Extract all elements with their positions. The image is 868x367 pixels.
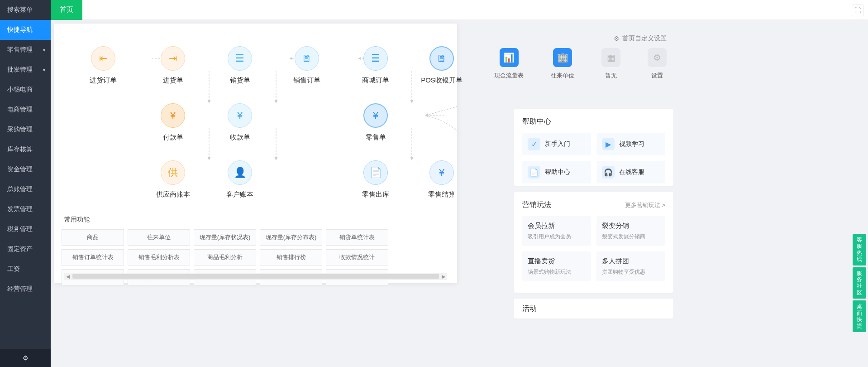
home-custom-settings[interactable]: ⚙ 首页自定义设置 (614, 34, 667, 43)
activity-card: 活动 (514, 299, 673, 319)
help-center-card: 帮助中心 ✓新手入门▶视频学习📄帮助中心🎧在线客服 (514, 109, 673, 186)
flow-node-n8[interactable]: ¥收款单 (204, 103, 276, 142)
flow-icon: 🗎 (295, 46, 319, 71)
sidebar-item-9[interactable]: 总账管理 (0, 179, 51, 199)
flow-node-n2[interactable]: ⇥进货单 (137, 46, 209, 85)
help-item-0[interactable]: ✓新手入门 (522, 133, 591, 155)
flow-node-n9[interactable]: ¥零售单 (339, 103, 412, 142)
toolbar-item-0[interactable]: 📊现金流量表 (494, 48, 524, 80)
toolbar-item-1[interactable]: 🏢往来单位 (551, 48, 574, 80)
marketing-item-1[interactable]: 裂变分销裂变式发展分销商 (596, 216, 665, 246)
marketing-item-0[interactable]: 会员拉新吸引用户成为会员 (522, 216, 591, 246)
flow-icon: 📄 (363, 160, 388, 185)
gear-icon: ⚙ (614, 35, 620, 42)
flow-node-n10[interactable]: 供供应商账本 (137, 160, 209, 199)
rail-item-2[interactable]: 桌面快捷 (853, 300, 866, 332)
sidebar-item-4[interactable]: 小畅电商 (0, 80, 51, 100)
sidebar-item-0[interactable]: 搜索菜单 (0, 0, 51, 20)
common-func-9[interactable]: 收款情况统计 (326, 249, 388, 266)
flow-node-n3[interactable]: ☰销货单 (204, 46, 276, 85)
toolbar-item-3[interactable]: ⚙设置 (648, 48, 667, 80)
sidebar-item-12[interactable]: 固定资产 (0, 239, 51, 259)
marketing-item-desc: 吸引用户成为会员 (528, 233, 586, 241)
sidebar-item-13[interactable]: 工资 (0, 259, 51, 279)
sidebar-item-7[interactable]: 库存核算 (0, 140, 51, 159)
more-marketing-link[interactable]: 更多营销玩法 > (625, 201, 665, 209)
common-func-4[interactable]: 销货单统计表 (326, 229, 388, 246)
sidebar-item-2[interactable]: 零售管理▾ (0, 40, 51, 60)
flow-icon: ☰ (363, 46, 388, 71)
sidebar-item-10[interactable]: 发票管理 (0, 199, 51, 219)
scroll-left-arrow[interactable]: ◀ (64, 273, 72, 280)
toolbar-icon: ⚙ (648, 48, 667, 67)
sidebar-item-6[interactable]: 采购管理 (0, 120, 51, 140)
sidebar-item-1[interactable]: 快捷导航 (0, 20, 51, 40)
toolbar-item-2[interactable]: ▦暂无 (601, 48, 620, 80)
common-func-5[interactable]: 销售订单统计表 (62, 249, 124, 266)
float-rail: 客服热线服务社区桌面快捷 (853, 234, 866, 334)
marketing-item-title: 多人拼团 (602, 257, 660, 266)
sidebar-item-14[interactable]: 经营管理 (0, 279, 51, 299)
flow-icon: 供 (161, 160, 185, 185)
sidebar-item-3[interactable]: 批发管理▾ (0, 60, 51, 80)
help-icon: 🎧 (602, 166, 615, 179)
common-functions-title: 常用功能 (54, 216, 457, 224)
sidebar-item-11[interactable]: 税务管理 (0, 219, 51, 239)
common-func-7[interactable]: 商品毛利分析 (194, 249, 256, 266)
sidebar-item-8[interactable]: 资金管理 (0, 159, 51, 179)
tab-home[interactable]: 首页 (51, 0, 82, 20)
flow-label: 零售单 (339, 133, 412, 142)
flow-label: 付款单 (137, 133, 209, 142)
flow-label: 收款单 (204, 133, 276, 142)
scroll-thumb[interactable] (72, 274, 439, 279)
scroll-right-arrow[interactable]: ▶ (440, 273, 447, 280)
flow-node-n1[interactable]: ⇤进货订单 (67, 46, 139, 85)
marketing-title: 营销玩法 (522, 200, 551, 210)
toolbar-icon: 🏢 (553, 48, 572, 67)
horizontal-scrollbar[interactable]: ◀ ▶ (64, 273, 447, 280)
flow-node-n5[interactable]: ☰商城订单 (339, 46, 412, 85)
common-func-8[interactable]: 销售排行榜 (260, 249, 322, 266)
flow-label: 销货单 (204, 76, 276, 85)
topbar: 首页 ⛶ (51, 0, 868, 20)
common-func-0[interactable]: 商品 (62, 229, 124, 246)
help-icon: ▶ (602, 138, 615, 150)
marketing-item-3[interactable]: 多人拼团拼团购物享受优惠 (596, 251, 665, 281)
marketing-item-desc: 场景式购物新玩法 (528, 268, 586, 276)
common-func-2[interactable]: 现存量(库存状况表) (194, 229, 256, 246)
toolbar-label: 设置 (648, 72, 667, 80)
flow-icon: ⇤ (91, 46, 115, 71)
help-item-2[interactable]: 📄帮助中心 (522, 161, 591, 184)
marketing-item-title: 裂变分销 (602, 222, 660, 230)
common-func-6[interactable]: 销售毛利分析表 (128, 249, 190, 266)
help-item-1[interactable]: ▶视频学习 (596, 133, 665, 155)
common-func-3[interactable]: 现存量(库存分布表) (260, 229, 322, 246)
flow-icon: ☰ (228, 46, 252, 71)
flow-node-n13[interactable]: ¥零售结算 (405, 160, 478, 199)
flow-label: 零售结算 (405, 190, 478, 199)
chevron-down-icon: ▾ (43, 48, 45, 53)
rail-item-1[interactable]: 服务社区 (853, 267, 866, 299)
common-func-1[interactable]: 往来单位 (128, 229, 190, 246)
help-item-3[interactable]: 🎧在线客服 (596, 161, 665, 184)
toolbar-label: 暂无 (601, 72, 620, 80)
flow-icon: ¥ (228, 103, 252, 128)
flow-label: 供应商账本 (137, 190, 209, 199)
fullscreen-icon[interactable]: ⛶ (852, 5, 863, 16)
marketing-item-2[interactable]: 直播卖货场景式购物新玩法 (522, 251, 591, 281)
rail-item-0[interactable]: 客服热线 (853, 234, 866, 266)
flow-label: 商城订单 (339, 76, 412, 85)
activity-title: 活动 (522, 304, 665, 314)
flow-node-n4[interactable]: 🗎销售订单 (271, 46, 343, 85)
flow-node-n7[interactable]: ¥付款单 (137, 103, 209, 142)
help-label: 在线客服 (619, 168, 644, 176)
chevron-down-icon: ▾ (43, 68, 45, 72)
flow-label: 客户账本 (204, 190, 276, 199)
marketing-item-desc: 裂变式发展分销商 (602, 233, 660, 241)
settings-gear-button[interactable]: ⚙ (0, 349, 51, 367)
flow-node-n11[interactable]: 👤客户账本 (204, 160, 276, 199)
sidebar-item-5[interactable]: 电商管理 (0, 100, 51, 120)
help-label: 帮助中心 (545, 168, 570, 176)
flow-node-n12[interactable]: 📄零售出库 (339, 160, 412, 199)
flow-node-n6[interactable]: 🗎POS收银开单 (405, 46, 478, 85)
